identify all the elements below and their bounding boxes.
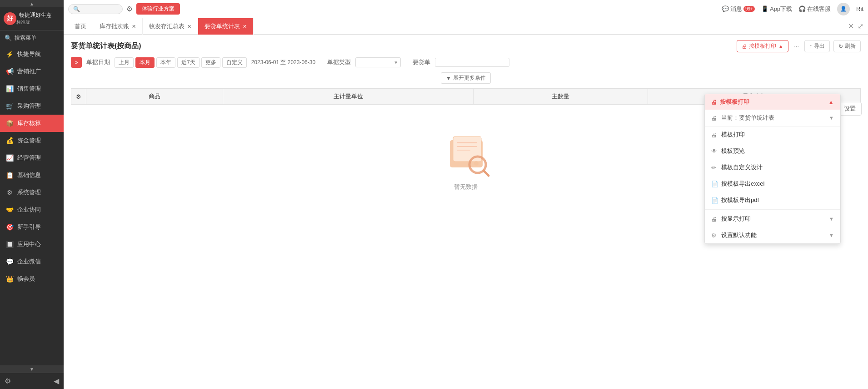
sidebar-item-wechat[interactable]: 💬 企业微信 <box>0 253 64 270</box>
date-btn-this-year[interactable]: 本年 <box>156 57 175 68</box>
dropdown-template-custom[interactable]: ✏ 模板自定义设计 <box>705 159 840 176</box>
sidebar-item-inventory[interactable]: 📦 库存核算 <box>0 115 64 132</box>
dropdown-template-excel-label: 按模板导出excel <box>721 180 764 188</box>
tab-order-stats[interactable]: 要货单统计表 ✕ <box>198 18 254 35</box>
svg-rect-1 <box>453 136 481 162</box>
window-maximize-btn[interactable]: ⤢ <box>858 22 863 30</box>
sidebar-item-label: 企业协同 <box>17 206 41 214</box>
sidebar-collapse-icon[interactable]: ◀ <box>54 377 59 385</box>
tab-batch-account[interactable]: 库存批次账 ✕ <box>93 18 143 35</box>
tab-order-stats-close[interactable]: ✕ <box>243 18 247 35</box>
header-search-bar[interactable]: 🔍 <box>68 4 123 14</box>
page-header: 要货单统计表(按商品) 🖨 按模板打印 ▲ ··· ↑ 导出 ↻ 刷新 <box>64 35 868 52</box>
dropdown-default-func[interactable]: ⚙ 设置默认功能 ▼ <box>705 227 840 243</box>
dropdown-template-print[interactable]: 🖨 模板打印 <box>705 126 840 143</box>
avatar[interactable]: 👤 <box>837 3 850 15</box>
dropdown-title-block: 🖨 按模板打印 <box>711 98 749 106</box>
sidebar-item-marketing[interactable]: 📢 营销推广 <box>0 63 64 80</box>
export-btn[interactable]: ↑ 导出 <box>804 40 830 52</box>
floating-settings-btn[interactable]: 设置 <box>838 102 862 116</box>
dropdown-template-pdf[interactable]: 📄 按模板导出pdf <box>705 192 840 208</box>
tab-batch-account-close[interactable]: ✕ <box>132 18 136 35</box>
template-print-btn[interactable]: 🖨 按模板打印 ▲ <box>737 40 788 52</box>
sidebar-item-operation[interactable]: 📈 经营管理 <box>0 149 64 167</box>
current-template-arrow: ▼ <box>829 115 834 121</box>
sidebar-item-label: 经营管理 <box>17 154 41 162</box>
headset-icon: 🎧 <box>798 5 806 12</box>
app-name: 畅捷通好生意 <box>19 12 52 19</box>
date-btn-this-month[interactable]: 本月 <box>135 57 155 68</box>
online-service-item[interactable]: 🎧 在线客服 <box>798 5 831 13</box>
sidebar-nav: ⚡ 快捷导航 📢 营销推广 📊 销售管理 🛒 采购管理 📦 库存核算 💰 资金管… <box>0 45 64 365</box>
online-service-label: 在线客服 <box>807 5 831 13</box>
svg-line-6 <box>484 171 489 176</box>
dropdown-close-arrow[interactable]: ▲ <box>828 99 834 106</box>
expand-more-btn[interactable]: ▼ 展开更多条件 <box>441 72 491 84</box>
dropdown-current-template[interactable]: 🖨 当前：要货单统计表 ▼ <box>705 110 840 126</box>
sidebar-item-basic[interactable]: 📋 基础信息 <box>0 167 64 184</box>
sidebar-item-finance[interactable]: 💰 资金管理 <box>0 132 64 149</box>
refresh-btn[interactable]: ↻ 刷新 <box>833 40 861 52</box>
date-btn-7days[interactable]: 近7天 <box>177 57 200 68</box>
dropdown-template-pdf-label: 按模板导出pdf <box>721 196 759 204</box>
window-controls: ✕ ⤢ <box>848 22 863 30</box>
empty-icon <box>443 132 489 177</box>
dropdown-display-print[interactable]: 🖨 按显示打印 ▼ <box>705 211 840 227</box>
printer-icon: 🖨 <box>742 43 747 50</box>
sidebar-item-apps[interactable]: 🔲 应用中心 <box>0 236 64 253</box>
th-product: 商品 <box>86 89 223 105</box>
system-icon: ⚙ <box>5 188 14 197</box>
sidebar-search[interactable]: 🔍 搜索菜单 <box>0 30 64 45</box>
search-bar-icon: 🔍 <box>73 6 80 12</box>
tab-home[interactable]: 首页 <box>68 18 93 35</box>
more-actions-icon[interactable]: ··· <box>792 43 801 50</box>
th-unit: 主计量单位 <box>223 89 474 105</box>
page-title: 要货单统计表(按商品) <box>71 41 141 51</box>
app-download-item[interactable]: 📱 App下载 <box>761 5 792 13</box>
app-version: 标准版 <box>16 19 52 25</box>
tab-home-label: 首页 <box>75 18 86 35</box>
sidebar-item-member[interactable]: 👑 畅会员 <box>0 270 64 288</box>
date-btn-last-month[interactable]: 上月 <box>115 57 134 68</box>
sidebar-item-sales[interactable]: 📊 销售管理 <box>0 80 64 97</box>
app-logo-icon: 好 <box>4 12 16 25</box>
chevron-up-icon: ▲ <box>778 43 783 50</box>
dropdown-printer-icon: 🖨 <box>711 99 717 106</box>
date-btn-more[interactable]: 更多 <box>201 57 220 68</box>
tab-receivable-summary[interactable]: 收发存汇总表 ✕ <box>143 18 198 35</box>
tab-batch-account-label: 库存批次账 <box>100 18 129 35</box>
message-icon: 💬 <box>722 5 729 12</box>
yaohuodan-input[interactable] <box>438 59 506 66</box>
filter-toggle-btn[interactable]: » <box>71 57 82 68</box>
export-label: 导出 <box>814 42 825 50</box>
template-custom-icon: ✏ <box>711 164 716 171</box>
expand-label: 展开更多条件 <box>453 74 486 82</box>
header-settings-icon[interactable]: ⚙ <box>126 5 133 13</box>
th-gear[interactable]: ⚙ <box>71 89 86 105</box>
trial-btn[interactable]: 体验行业方案 <box>136 3 180 15</box>
dropdown-template-preview[interactable]: 👁 模板预览 <box>705 143 840 159</box>
sidebar-item-system[interactable]: ⚙ 系统管理 <box>0 184 64 201</box>
sidebar-gear-icon[interactable]: ⚙ <box>5 377 11 385</box>
sidebar-item-newbie[interactable]: 🎯 新手引导 <box>0 218 64 236</box>
sidebar-item-shortcut[interactable]: ⚡ 快捷导航 <box>0 45 64 63</box>
tab-receivable-summary-close[interactable]: ✕ <box>187 18 191 35</box>
message-item[interactable]: 💬 消息 99+ <box>722 5 755 13</box>
dropdown-template-excel[interactable]: 📄 按模板导出excel <box>705 176 840 192</box>
tab-receivable-summary-label: 收发存汇总表 <box>149 18 185 35</box>
sidebar-item-label: 销售管理 <box>17 85 41 93</box>
export-icon: ↑ <box>809 43 812 50</box>
sidebar-item-label: 基础信息 <box>17 171 41 179</box>
sidebar-scroll-down[interactable]: ▼ <box>0 365 64 373</box>
tabs-bar: 首页 库存批次账 ✕ 收发存汇总表 ✕ 要货单统计表 ✕ ✕ ⤢ <box>64 18 868 35</box>
sidebar-item-collab[interactable]: 🤝 企业协同 <box>0 201 64 218</box>
type-select[interactable] <box>355 57 401 67</box>
date-btn-custom[interactable]: 自定义 <box>222 57 247 68</box>
newbie-icon: 🎯 <box>5 223 14 231</box>
sidebar-scroll-up[interactable]: ▲ <box>0 0 64 7</box>
template-print-dropdown: 🖨 按模板打印 ▲ 🖨 当前：要货单统计表 ▼ 🖨 模板打印 👁 模板预览 ✏ <box>704 94 841 244</box>
window-close-btn[interactable]: ✕ <box>848 22 854 30</box>
page-actions: 🖨 按模板打印 ▲ ··· ↑ 导出 ↻ 刷新 <box>737 40 861 52</box>
display-print-arrow: ▼ <box>829 216 834 222</box>
sidebar-item-purchase[interactable]: 🛒 采购管理 <box>0 97 64 115</box>
